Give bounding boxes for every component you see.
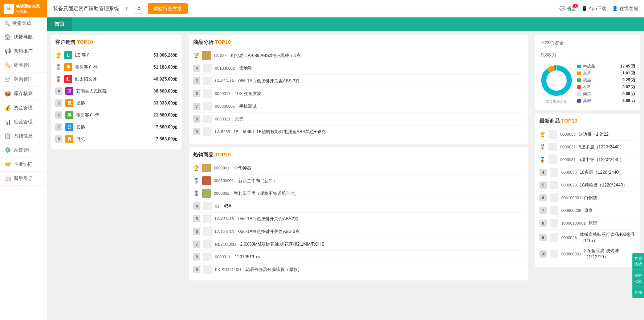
trophy-icon: 🥉 <box>539 157 546 163</box>
sidebar-item-system[interactable]: ⚙️ 系统管理 <box>0 143 47 157</box>
customer-top10-header: 客户销售 TOP10 <box>55 39 177 46</box>
app-download-button[interactable]: 📱 App下载 <box>582 5 606 12</box>
sidebar-item-guide[interactable]: 📖 新手引导 <box>0 172 47 186</box>
online-service-label: 在线客服 <box>619 6 638 11</box>
sidebar-item-label: 资金管理 <box>14 104 33 111</box>
search-menu[interactable]: 🔍 搜索菜单 <box>0 17 47 30</box>
rank-badge: 8 <box>55 135 62 143</box>
list-item: 8 10000100001 原查 <box>539 217 636 230</box>
customer-name: LS 客户 <box>75 52 151 58</box>
list-item: 5 LA-056-1A 056-1A白色按键开关盖ABS 3克 <box>193 75 523 87</box>
float-service-button[interactable]: 客服热线 <box>632 253 644 270</box>
list-item: 10 003800001 22g鱼豆腐-烧烤味（1*12*20） <box>539 246 636 262</box>
list-item: 4 01 45# <box>193 200 523 213</box>
rank-badge: 8 <box>193 115 200 123</box>
legend-item: 成品 0.25 万 <box>577 77 635 83</box>
product-name: 5厘中纤（1220*2440） <box>579 157 636 163</box>
sidebar-item-label: 库存核算 <box>14 90 33 97</box>
sidebar-item-basic[interactable]: 📋 基础信息 <box>0 129 47 143</box>
product-name: 花语爷俪温分腿裤袋（厚款） <box>245 267 302 273</box>
rank-badge: 4 <box>539 169 547 176</box>
product-img <box>203 89 212 98</box>
list-item: 6 0000017 10S 变扭罗旋 <box>193 87 523 100</box>
product-code: 0000002 <box>214 191 229 196</box>
online-service-button[interactable]: 👤 在线客服 <box>612 5 638 12</box>
nav-tabs: 首页 <box>47 17 644 31</box>
settings-button[interactable]: ⚙ <box>134 4 144 14</box>
trophy-icon: 🏆 <box>193 53 199 58</box>
product-img <box>550 181 558 189</box>
product-name: 2.0X30MM双搓花轴,搓花直径2.1MM/ROHS <box>240 241 324 247</box>
legend-name: 其他 <box>583 98 619 103</box>
product-name: 18多层（1220*2440） <box>580 169 636 176</box>
product-code: LA-59651-1B <box>215 130 239 134</box>
legend-item: 其他 -3.86 万 <box>577 98 635 103</box>
product-name: 电池盖 LA-089 ABS本色+黑种 7.1克 <box>231 53 301 59</box>
legend-val: 0.07 万 <box>623 84 635 90</box>
product-code: 0000033 <box>560 132 576 136</box>
product-code: NB2.0X30B <box>215 242 236 246</box>
rank-badge: 10 <box>539 250 547 258</box>
sidebar-item-sales[interactable]: 🏷️ 销售管理 <box>0 58 47 73</box>
legend-item: 材料 0.07 万 <box>577 84 635 90</box>
sidebar-item-quicknav[interactable]: 🏠 快捷导航 <box>0 30 47 44</box>
product-name: 原查 <box>584 208 636 214</box>
rank-badge: 6 <box>539 194 547 201</box>
rank-badge: 9 <box>539 234 547 241</box>
guide-icon: 📖 <box>4 175 11 182</box>
legend-val: 12.45 万 <box>620 63 635 69</box>
trophy-icon: 🥈 <box>55 64 61 70</box>
list-item: 9 LA-59651-1B 59651-1B旋转投影灯电池盒ABS黑色+58克 <box>193 126 523 138</box>
rank-badge: 9 <box>193 266 200 273</box>
topbar-right: 💬 消息 6 📱 App下载 👤 在线客服 <box>559 5 638 12</box>
sidebar-item-purchase[interactable]: 🛒 采购管理 <box>0 73 47 87</box>
product-name: 5厘多层（1220*2440） <box>579 144 636 150</box>
trial-button[interactable]: 体验行业方案 <box>148 3 188 14</box>
sidebar-item-finance[interactable]: 💰 资金管理 <box>0 101 47 115</box>
customer-value: 40,925.00元 <box>154 76 177 82</box>
inventory-icon: 📦 <box>4 90 11 97</box>
legend-item: 肉类 -0.05 万 <box>577 91 635 97</box>
product-code: 0000011 <box>215 255 231 259</box>
sidebar-item-inventory[interactable]: 📦 库存核算 <box>0 87 47 101</box>
tab-home[interactable]: 首页 <box>47 17 72 31</box>
sidebar-item-marketing[interactable]: 📢 营销推广 <box>0 44 47 58</box>
product-img <box>550 219 558 227</box>
trophy-icon: 🏆 <box>55 52 61 58</box>
avatar: 苍 <box>65 87 73 95</box>
sidebar-item-cooperation[interactable]: 🤝 企业协同 <box>0 157 47 172</box>
product-name: 雪地靴 <box>239 65 252 71</box>
rank-badge: 4 <box>55 87 62 95</box>
customer-top10-panel: 客户销售 TOP10 🏆 L LS 客户 53,006.26元 🥈 零 零售客户… <box>51 35 182 149</box>
messages-button[interactable]: 💬 消息 6 <box>559 5 576 12</box>
product-img <box>203 77 212 85</box>
search-icon: 🔍 <box>4 21 10 26</box>
service-icon: 👤 <box>612 6 618 11</box>
customer-name: 苍南县人民医院 <box>76 88 151 94</box>
product-sales-header: 商品分析 TOP10 <box>193 39 523 46</box>
product-img <box>202 164 211 172</box>
dropdown-arrow-icon: ▼ <box>124 6 129 11</box>
left-column: 客户销售 TOP10 🏆 L LS 客户 53,006.26元 🥈 零 零售客户… <box>47 31 185 320</box>
home-icon: 🏠 <box>4 34 11 40</box>
trophy-icon: 🥉 <box>55 76 61 82</box>
float-community-button[interactable]: 服务社区 <box>632 270 644 287</box>
legend-name: 材料 <box>583 84 620 90</box>
list-item: 5 星 星扬 33,333.00元 <box>55 97 177 109</box>
new-products-header: 最新商品 TOP10 <box>539 118 636 124</box>
sidebar-item-label: 经营管理 <box>14 119 33 125</box>
avatar: 星 <box>65 99 73 107</box>
product-img <box>203 102 212 111</box>
legend-name: 文具 <box>583 70 620 76</box>
avatar: 零 <box>64 63 72 71</box>
list-item: 🥉 0000002 智利车子里（规格不知道填什么） <box>193 187 523 200</box>
product-code: 003800001 <box>561 252 581 256</box>
product-sales-panel: 商品分析 TOP10 🏆 LA-089 电池盖 LA-089 ABS本色+黑种 … <box>189 35 528 144</box>
product-name: 体械嘉核味苏打饮品400毫升（1*15） <box>580 231 636 244</box>
float-live-button[interactable]: 直播 <box>632 287 644 298</box>
rank-badge: 5 <box>193 77 200 85</box>
list-item: 6 LA-056-1A 056-1A白色按键开关盖ABS 3克 <box>193 225 523 238</box>
product-img <box>550 206 558 215</box>
list-item: 8 0000021 夹壳 <box>193 113 523 126</box>
sidebar-item-operation[interactable]: 📊 经营管理 <box>0 115 47 129</box>
